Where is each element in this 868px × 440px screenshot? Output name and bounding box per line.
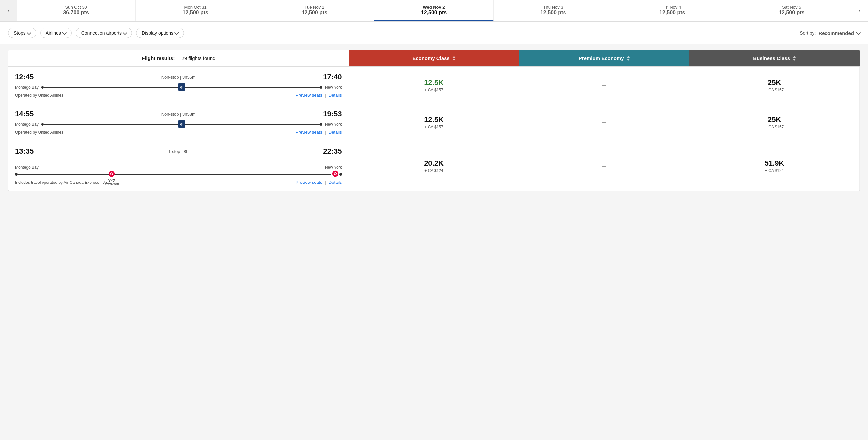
economy-sub: + CA $124 (424, 168, 443, 173)
economy-price-cell[interactable]: 12.5K + CA $157 (349, 67, 519, 104)
date-tab-label: Fri Nov 4 (663, 5, 681, 10)
operator-text: Operated by United Airlines (15, 130, 63, 135)
business-pts: 25K (768, 115, 781, 124)
connection-filter-label: Connection airports (81, 30, 122, 35)
sort-area: Sort by: Recommended (800, 30, 860, 36)
preview-details: Preview seats | Details (296, 93, 342, 98)
economy-pts: 12.5K (424, 115, 444, 124)
departure-time: 14:55 (15, 110, 34, 119)
date-tab-6[interactable]: Sat Nov 5 12,500 pts (732, 0, 851, 21)
display-options-label: Display options (142, 30, 173, 35)
arrival-dot (320, 123, 322, 126)
arrival-time: 22:35 (323, 147, 342, 156)
stops-filter-button[interactable]: Stops (8, 28, 36, 38)
pipe-separator: | (325, 130, 326, 135)
economy-sub: + CA $157 (424, 88, 443, 92)
business-sub: + CA $124 (765, 168, 784, 173)
connection-chevron-icon (123, 30, 127, 35)
airline-icon: ✈ (178, 121, 185, 129)
operated-by: Operated by United Airlines Preview seat… (15, 93, 342, 98)
flight-line: YYZ + 2h25m (18, 174, 331, 174)
date-tab-label: Sat Nov 5 (782, 5, 801, 10)
details-link[interactable]: Details (329, 180, 342, 185)
date-tab-4[interactable]: Thu Nov 3 12,500 pts (494, 0, 613, 21)
route-line: Montego Bay ✈ New York (15, 121, 342, 128)
date-tab-pts: 12,500 pts (421, 10, 446, 15)
flight-times: 13:35 1 stop | 8h 22:35 (15, 147, 342, 156)
business-price-cell[interactable]: 25K + CA $157 (689, 67, 860, 104)
flight-info-cell: 14:55 Non-stop | 3h58m 19:53 Montego Bay… (8, 104, 349, 141)
economy-sort-icon[interactable] (452, 56, 456, 61)
svg-text:✈: ✈ (180, 84, 183, 89)
business-class-header[interactable]: Business Class (689, 50, 860, 66)
sort-chevron-icon[interactable] (856, 30, 861, 35)
economy-class-label: Economy Class (412, 56, 450, 61)
flight-info-cell: 12:45 Non-stop | 3h55m 17:40 Montego Bay… (8, 67, 349, 104)
arrival-time: 19:53 (323, 110, 342, 119)
economy-price-cell[interactable]: 12.5K + CA $157 (349, 104, 519, 141)
date-tab-label: Mon Oct 31 (184, 5, 207, 10)
departure-dot (15, 173, 18, 175)
filters-bar: Stops Airlines Connection airports Displ… (0, 22, 868, 44)
premium-price-cell[interactable]: – (519, 141, 689, 191)
airline-icon: ✈ (178, 83, 185, 92)
preview-details: Preview seats | Details (296, 130, 342, 135)
display-chevron-icon (174, 30, 179, 35)
business-sub: + CA $157 (765, 125, 784, 129)
next-date-button[interactable]: › (851, 0, 868, 21)
premium-price-cell[interactable]: – (519, 67, 689, 104)
premium-economy-header[interactable]: Premium Economy (519, 50, 689, 66)
economy-class-header[interactable]: Economy Class (349, 50, 519, 66)
premium-price-cell[interactable]: – (519, 104, 689, 141)
airlines-filter-button[interactable]: Airlines (40, 28, 72, 38)
business-pts: 51.9K (765, 159, 784, 168)
stop-info: Non-stop | 3h55m (161, 75, 195, 80)
premium-sort-icon[interactable] (627, 56, 630, 61)
business-sort-icon[interactable] (793, 56, 796, 61)
svg-point-6 (111, 173, 113, 174)
pipe-separator: | (325, 180, 326, 185)
results-table-header: Flight results: 29 flights found Economy… (8, 50, 860, 66)
premium-pts: – (602, 162, 606, 170)
display-options-button[interactable]: Display options (136, 28, 184, 38)
pipe-separator: | (325, 93, 326, 98)
from-city: Montego Bay (15, 165, 38, 170)
premium-economy-label: Premium Economy (579, 56, 624, 61)
sort-value: Recommended (818, 30, 854, 36)
details-link[interactable]: Details (329, 130, 342, 135)
prev-date-button[interactable]: ‹ (0, 0, 17, 21)
business-price-cell[interactable]: 25K + CA $157 (689, 104, 860, 141)
departure-time: 12:45 (15, 73, 34, 81)
arrival-dot (320, 86, 322, 89)
economy-sub: + CA $157 (424, 125, 443, 129)
date-tab-0[interactable]: Sun Oct 30 36,700 pts (17, 0, 136, 21)
date-tab-1[interactable]: Mon Oct 31 12,500 pts (136, 0, 255, 21)
departure-time: 13:35 (15, 147, 34, 156)
date-tab-5[interactable]: Fri Nov 4 12,500 pts (613, 0, 732, 21)
premium-pts: – (602, 119, 606, 126)
date-tab-3[interactable]: Wed Nov 2 12,500 pts (374, 0, 493, 21)
sort-by-label: Sort by: (800, 30, 815, 35)
date-tab-2[interactable]: Tue Nov 1 12,500 pts (255, 0, 374, 21)
from-city: Montego Bay (15, 122, 38, 127)
preview-seats-link[interactable]: Preview seats (296, 180, 322, 185)
operated-by: Includes travel operated by Air Canada E… (15, 180, 342, 185)
date-navigation: ‹ Sun Oct 30 36,700 ptsMon Oct 31 12,500… (0, 0, 868, 22)
stop-extra: + 2h25m (104, 182, 119, 186)
airlines-filter-label: Airlines (46, 30, 61, 35)
premium-pts: – (602, 81, 606, 89)
business-sub: + CA $157 (765, 88, 784, 92)
business-price-cell[interactable]: 51.9K + CA $124 (689, 141, 860, 191)
flight-row: 12:45 Non-stop | 3h55m 17:40 Montego Bay… (8, 66, 860, 104)
date-tab-label: Wed Nov 2 (423, 5, 445, 10)
operator-text: Operated by United Airlines (15, 93, 63, 98)
details-link[interactable]: Details (329, 93, 342, 98)
business-class-label: Business Class (753, 56, 790, 61)
flight-row: 13:35 1 stop | 8h 22:35 Montego Bay New … (8, 141, 860, 191)
economy-price-cell[interactable]: 20.2K + CA $124 (349, 141, 519, 191)
preview-seats-link[interactable]: Preview seats (296, 93, 322, 98)
connection-filter-button[interactable]: Connection airports (76, 28, 132, 38)
date-tab-label: Sun Oct 30 (65, 5, 87, 10)
airlines-chevron-icon (62, 30, 67, 35)
preview-seats-link[interactable]: Preview seats (296, 130, 322, 135)
